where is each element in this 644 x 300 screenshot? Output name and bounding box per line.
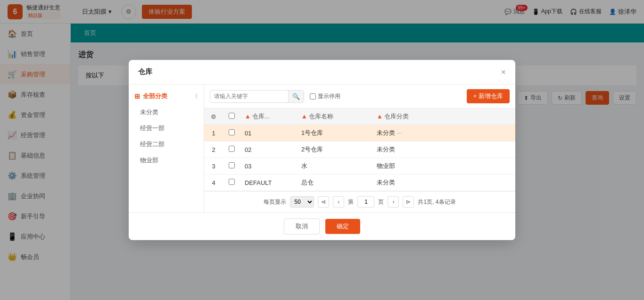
cat-item-unclassified[interactable]: 未分类 (129, 104, 204, 120)
row-index: 2 (204, 142, 223, 158)
data-table: ⚙ ▲仓库... ▲仓库名称 ▲仓库分类 1 01 (204, 108, 515, 191)
row-category: 未分类 (372, 175, 515, 191)
row-category: 未分类 ··· (372, 125, 515, 142)
new-warehouse-button[interactable]: + 新增仓库 (467, 89, 510, 103)
row-checkbox[interactable] (223, 158, 240, 175)
modal-footer: 取消 确定 (129, 212, 515, 240)
total-label: 共1页, 4条记录 (418, 198, 455, 206)
row-category: 物业部 (372, 158, 515, 175)
prev-page-button[interactable]: ‹ (333, 196, 344, 208)
table-row: 4 DEFAULT 总仓 未分类 (204, 175, 515, 191)
category-header[interactable]: ⊞ 全部分类 《 (129, 88, 204, 104)
row-index: 4 (204, 175, 223, 191)
row-index: 3 (204, 158, 223, 175)
row-checkbox[interactable] (223, 142, 240, 158)
modal-title: 仓库 (138, 67, 152, 76)
category-sidebar: ⊞ 全部分类 《 未分类 经营一部 经营二部 物业部 (129, 84, 204, 212)
table-body: 1 01 1号仓库 未分类 ··· 2 02 2号仓库 (204, 125, 515, 191)
row-name: 1号仓库 (297, 125, 372, 142)
next-page-button[interactable]: › (388, 196, 399, 208)
row-category: 未分类 (372, 142, 515, 158)
row-name: 总仓 (297, 175, 372, 191)
collapse-button[interactable]: 《 (192, 92, 198, 100)
page-input[interactable] (357, 196, 374, 208)
page-label: 第 (348, 198, 354, 206)
th-checkbox (223, 108, 240, 125)
cat-item-business1[interactable]: 经营一部 (129, 120, 204, 136)
table-row: 2 02 2号仓库 未分类 (204, 142, 515, 158)
table-header: ⚙ ▲仓库... ▲仓库名称 ▲仓库分类 (204, 108, 515, 125)
cat-item-property[interactable]: 物业部 (129, 152, 204, 168)
all-categories-label: ⊞ 全部分类 (134, 92, 167, 100)
cancel-button[interactable]: 取消 (284, 218, 320, 234)
modal-close-button[interactable]: × (501, 68, 506, 76)
table-row: 3 03 水 物业部 (204, 158, 515, 175)
table-toolbar: 🔍 显示停用 + 新增仓库 (204, 84, 515, 108)
row-code: 02 (240, 142, 297, 158)
search-box: 🔍 (210, 90, 304, 103)
first-page-button[interactable]: ⊲ (318, 196, 329, 208)
row-index: 1 (204, 125, 223, 142)
th-settings: ⚙ (204, 108, 223, 125)
th-category: ▲仓库分类 (372, 108, 515, 125)
table-row: 1 01 1号仓库 未分类 ··· (204, 125, 515, 142)
search-input[interactable] (210, 91, 288, 102)
show-disabled-checkbox[interactable] (310, 93, 316, 100)
th-name: ▲仓库名称 (297, 108, 372, 125)
grid-icon: ⊞ (134, 92, 140, 100)
row-name: 2号仓库 (297, 142, 372, 158)
warehouse-table: ⚙ ▲仓库... ▲仓库名称 ▲仓库分类 1 01 (204, 108, 515, 191)
search-button[interactable]: 🔍 (288, 91, 304, 102)
select-all-checkbox[interactable] (229, 113, 235, 119)
pagination: 每页显示 50 10 20 100 ⊲ ‹ 第 页 › ⊳ 共1页, 4条记录 (204, 191, 515, 212)
row-checkbox[interactable] (223, 125, 240, 142)
modal-header: 仓库 × (129, 60, 515, 84)
row-name: 水 (297, 158, 372, 175)
warehouse-modal: 仓库 × ⊞ 全部分类 《 未分类 经营一部 经营二部 物业部 (129, 60, 515, 240)
per-page-select[interactable]: 50 10 20 100 (290, 196, 314, 208)
last-page-button[interactable]: ⊳ (403, 196, 414, 208)
modal-overlay: 仓库 × ⊞ 全部分类 《 未分类 经营一部 经营二部 物业部 (0, 0, 644, 300)
modal-body: ⊞ 全部分类 《 未分类 经营一部 经营二部 物业部 🔍 (129, 84, 515, 212)
cat-item-business2[interactable]: 经营二部 (129, 136, 204, 152)
show-disabled-label[interactable]: 显示停用 (310, 92, 340, 100)
table-area: 🔍 显示停用 + 新增仓库 ⚙ (204, 84, 515, 212)
per-page-label: 每页显示 (264, 198, 286, 206)
row-checkbox[interactable] (223, 175, 240, 191)
row-code: 03 (240, 158, 297, 175)
ellipsis-menu[interactable]: ··· (397, 129, 402, 136)
row-code: DEFAULT (240, 175, 297, 191)
confirm-button[interactable]: 确定 (325, 219, 360, 234)
row-code: 01 (240, 125, 297, 142)
th-code: ▲仓库... (240, 108, 297, 125)
page-unit: 页 (378, 198, 384, 206)
